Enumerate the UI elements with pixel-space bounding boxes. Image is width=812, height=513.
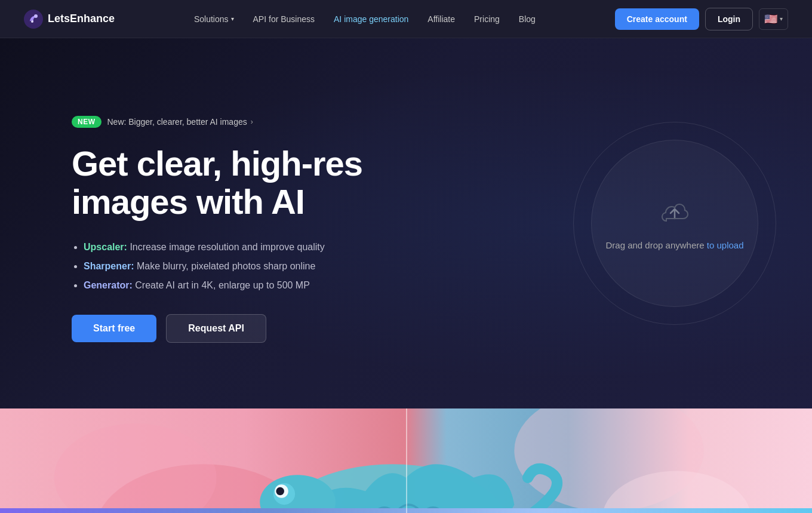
svg-point-13 bbox=[276, 487, 284, 496]
logo-text: LetsEnhance bbox=[48, 13, 115, 25]
start-free-button[interactable]: Start free bbox=[72, 315, 156, 342]
logo-icon bbox=[24, 10, 43, 29]
before-after-divider bbox=[406, 408, 407, 513]
login-button[interactable]: Login bbox=[705, 8, 753, 30]
badge-text: New: Bigger, clearer, better AI images › bbox=[107, 117, 253, 127]
feature-upscaler: Upscaler: Increase image resolution and … bbox=[84, 240, 442, 254]
upscaler-label: Upscaler: bbox=[84, 242, 127, 252]
sharpener-description: Make blurry, pixelated photos sharp onli… bbox=[137, 261, 315, 271]
hero-section: NEW New: Bigger, clearer, better AI imag… bbox=[0, 38, 812, 408]
sharpener-label: Sharpener: bbox=[84, 261, 134, 271]
create-account-button[interactable]: Create account bbox=[615, 8, 699, 30]
nav-ai-image[interactable]: AI image generation bbox=[327, 11, 416, 27]
hero-content: NEW New: Bigger, clearer, better AI imag… bbox=[72, 116, 442, 343]
upload-link[interactable]: to upload bbox=[707, 240, 744, 250]
upload-inner-circle: Drag and drop anywhere to upload bbox=[591, 140, 758, 307]
nav-links: Solutions ▾ API for Business AI image ge… bbox=[187, 11, 543, 27]
new-badge: NEW bbox=[72, 116, 102, 128]
nav-api[interactable]: API for Business bbox=[246, 11, 322, 27]
generator-description: Create AI art in 4K, enlarge up to 500 M… bbox=[135, 280, 310, 290]
upload-dropzone[interactable]: Drag and drop anywhere to upload bbox=[573, 122, 776, 325]
nav-affiliate[interactable]: Affiliate bbox=[420, 11, 462, 27]
nav-solutions[interactable]: Solutions ▾ bbox=[187, 11, 241, 27]
chevron-down-icon: ▾ bbox=[231, 16, 234, 22]
upscaler-description: Increase image resolution and improve qu… bbox=[130, 242, 324, 252]
generator-label: Generator: bbox=[84, 280, 133, 290]
svg-point-2 bbox=[31, 20, 33, 23]
svg-point-1 bbox=[34, 14, 38, 18]
hero-title: Get clear, high-res images with AI bbox=[72, 145, 442, 221]
flag-icon: 🇺🇸 bbox=[764, 13, 777, 26]
nav-pricing[interactable]: Pricing bbox=[467, 11, 507, 27]
nav-blog[interactable]: Blog bbox=[512, 11, 543, 27]
request-api-button[interactable]: Request API bbox=[166, 314, 266, 343]
nav-actions: Create account Login 🇺🇸 ▾ bbox=[615, 8, 788, 30]
chevron-right-icon: › bbox=[251, 118, 253, 126]
upload-outer-circle: Drag and drop anywhere to upload bbox=[573, 122, 776, 325]
chevron-down-icon: ▾ bbox=[780, 16, 783, 22]
language-selector[interactable]: 🇺🇸 ▾ bbox=[759, 8, 788, 30]
navbar: LetsEnhance Solutions ▾ API for Business… bbox=[0, 0, 812, 38]
features-list: Upscaler: Increase image resolution and … bbox=[72, 240, 442, 293]
announcement-banner[interactable]: NEW New: Bigger, clearer, better AI imag… bbox=[72, 116, 442, 128]
logo-link[interactable]: LetsEnhance bbox=[24, 10, 115, 29]
chameleon-image-section bbox=[0, 408, 812, 513]
hero-cta: Start free Request API bbox=[72, 314, 442, 343]
upload-cloud-icon bbox=[658, 197, 691, 231]
feature-generator: Generator: Create AI art in 4K, enlarge … bbox=[84, 278, 442, 293]
feature-sharpener: Sharpener: Make blurry, pixelated photos… bbox=[84, 259, 442, 274]
upload-instruction: Drag and drop anywhere to upload bbox=[605, 240, 743, 250]
